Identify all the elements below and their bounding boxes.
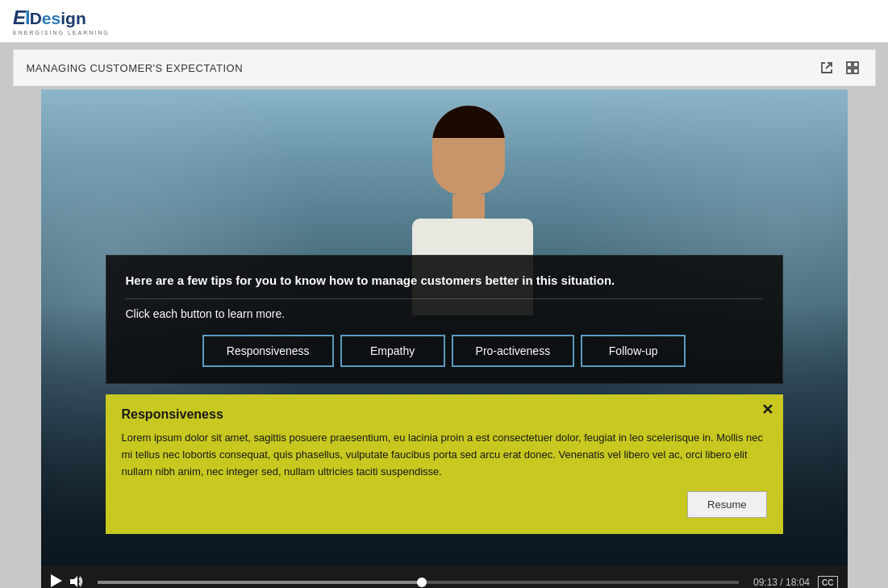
page-wrapper: EI Design ENERGISING LEARNING MANAGING C… — [0, 0, 888, 588]
btn-empathy[interactable]: Empathy — [340, 335, 445, 367]
logo-text: EI — [13, 6, 30, 29]
resume-button[interactable]: Resume — [687, 491, 766, 518]
page-title: MANAGING CUSTOMER'S EXPECTATION — [27, 62, 244, 74]
title-bar: MANAGING CUSTOMER'S EXPECTATION — [13, 49, 876, 86]
play-button[interactable] — [51, 574, 62, 588]
info-panel-body: Lorem ipsum dolor sit amet, sagittis pos… — [122, 430, 767, 480]
external-link-icon[interactable] — [817, 58, 836, 77]
volume-button[interactable] — [70, 576, 83, 589]
btn-responsiveness[interactable]: Responsiveness — [202, 335, 334, 367]
logo: EI Design ENERGISING LEARNING — [13, 6, 110, 35]
info-panel: ✕ Responsiveness Lorem ipsum dolor sit a… — [106, 394, 783, 534]
logo-brand: Design — [30, 9, 86, 28]
grid-view-icon[interactable] — [843, 58, 862, 77]
svg-rect-1 — [853, 62, 858, 67]
info-panel-title: Responsiveness — [122, 407, 767, 422]
svg-rect-2 — [847, 69, 852, 73]
title-bar-icons — [817, 58, 862, 77]
video-controls: 09:13 / 18:04 CC — [41, 565, 848, 588]
svg-marker-5 — [70, 576, 77, 587]
tip-panel: Here are a few tips for you to know how … — [106, 255, 783, 384]
cc-button[interactable]: CC — [818, 576, 837, 589]
tip-instruction-line2: Click each button to learn more. — [126, 307, 763, 320]
person-neck — [452, 194, 485, 219]
video-container: Here are a few tips for you to know how … — [41, 90, 848, 588]
svg-rect-3 — [853, 69, 858, 73]
svg-marker-4 — [51, 574, 62, 587]
btn-followup[interactable]: Follow-up — [581, 335, 686, 367]
header: EI Design ENERGISING LEARNING — [0, 0, 888, 43]
progress-bar[interactable] — [98, 581, 739, 584]
progress-knob — [417, 578, 427, 587]
person-head — [432, 106, 505, 194]
logo-tagline: ENERGISING LEARNING — [13, 30, 110, 35]
video-background: Here are a few tips for you to know how … — [41, 90, 848, 565]
tip-instruction-line1: Here are a few tips for you to know how … — [126, 272, 763, 299]
person-face — [432, 138, 505, 194]
btn-proactiveness[interactable]: Pro-activeness — [452, 335, 575, 367]
close-button[interactable]: ✕ — [761, 402, 773, 417]
svg-rect-0 — [847, 62, 852, 67]
progress-fill — [98, 581, 423, 584]
time-display: 09:13 / 18:04 — [753, 577, 810, 588]
tip-buttons-row: Responsiveness Empathy Pro-activeness Fo… — [126, 335, 763, 367]
